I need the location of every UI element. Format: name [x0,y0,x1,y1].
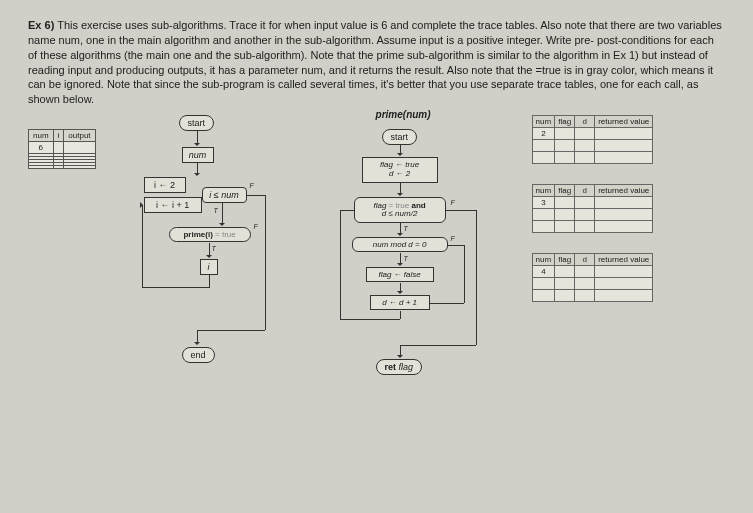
trace-table-3: num flag d returned value 3 [532,184,654,233]
trace-table-4: num flag d returned value 4 [532,253,654,302]
call-prime: prime(i) = true [169,227,251,242]
label-t: T [214,207,218,214]
col-num: num [29,130,54,142]
label-f2: F [254,223,258,230]
cell [64,142,95,154]
sub-f: F [451,199,455,206]
col-i: i [53,130,64,142]
main-trace-table: num i output 6 [28,129,96,169]
sub-return: ret flag [376,359,423,375]
output-i: i [200,259,218,275]
exercise-text: Ex 6) This exercise uses sub-algorithms.… [28,18,725,107]
main-start: start [179,115,215,131]
main-inc: i ← i + 1 [144,197,202,213]
main-input-box: num [182,147,214,163]
th-flag: flag [555,116,575,128]
content-row: num i output 6 start num i ← 2 i ← i + 1… [28,115,725,475]
cell [64,166,95,169]
exercise-label: Ex 6) [28,19,54,31]
main-end: end [182,347,215,363]
th-ret: returned value [595,116,653,128]
trace-tables: num flag d returned value 2 num flag d r… [532,115,654,302]
main-init: i ← 2 [144,177,186,193]
cell [53,142,64,154]
cell [29,166,54,169]
flowchart-area: start num i ← 2 i ← i + 1 i ≤ num F T pr… [104,115,524,475]
sub-start: start [382,129,418,145]
loop-cond-main: i ≤ num [202,187,247,203]
label-f: F [250,182,254,189]
cell-num: 2 [532,128,555,140]
sub-inc: d ← d + 1 [370,295,430,310]
sub-t: T [404,225,408,232]
exercise-body: This exercise uses sub-algorithms. Trace… [28,19,722,105]
cell-num-val: 6 [29,142,54,154]
sub-mod: num mod d = 0 [352,237,448,252]
th-num: num [532,116,555,128]
th-d: d [575,116,595,128]
col-output: output [64,130,95,142]
cell [53,166,64,169]
sub-t2: T [404,255,408,262]
sub-init: flag ← true d ← 2 [362,157,438,183]
sub-setfalse: flag ← false [366,267,434,282]
sub-f2: F [451,235,455,242]
sub-loop-cond: flag = true and d ≤ num/2 [354,197,446,223]
main-input: num [189,150,207,160]
label-t2: T [212,245,216,252]
trace-table-2: num flag d returned value 2 [532,115,654,164]
sub-title: prime(num) [376,109,431,120]
